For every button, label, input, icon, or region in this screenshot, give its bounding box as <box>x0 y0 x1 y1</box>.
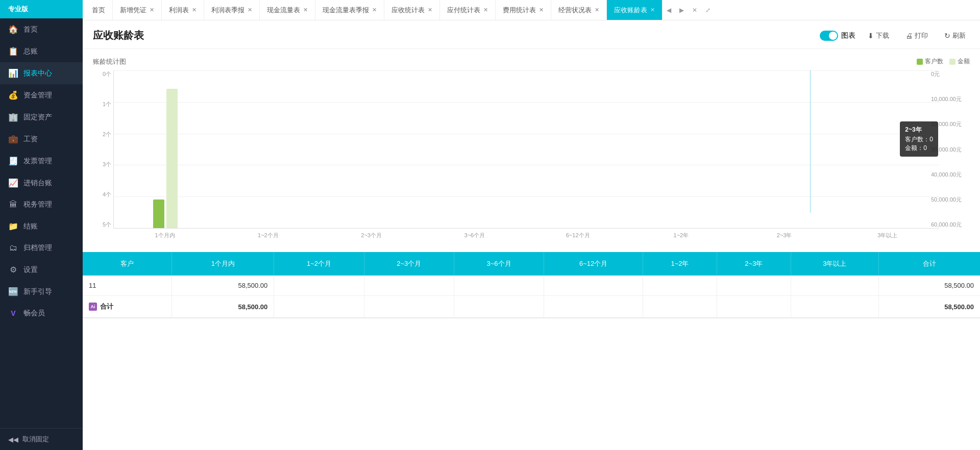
sidebar-item-closing[interactable]: 📁 结账 <box>0 215 83 237</box>
tab-business-status[interactable]: 经营状况表 ✕ <box>551 0 607 20</box>
tab-voucher-close[interactable]: ✕ <box>150 7 154 13</box>
row-y12 <box>643 276 717 296</box>
header-actions: 图表 ⬇ 下载 🖨 打印 ↻ 刷新 <box>820 29 970 42</box>
download-icon: ⬇ <box>868 32 874 40</box>
app-logo: 专业版 <box>0 0 83 18</box>
bar-customers-0 <box>153 199 164 228</box>
legend-customers-label: 客户数 <box>925 57 943 66</box>
sidebar-label-guide: 新手引导 <box>23 287 52 296</box>
y-axis-left: 5个 4个 3个 2个 1个 0个 <box>93 70 113 229</box>
tab-profit[interactable]: 利润表 ✕ <box>162 0 204 20</box>
toggle-label: 图表 <box>841 31 855 40</box>
tab-ap-stats-close[interactable]: ✕ <box>483 7 488 13</box>
vip-icon: V <box>8 309 18 317</box>
tab-cashflow-label: 现金流量表 <box>267 6 300 15</box>
tab-cashflow-quarter-close[interactable]: ✕ <box>372 7 377 13</box>
x-label-4: 6~12个月 <box>526 229 629 244</box>
table-header-row: 客户 1个月内 1~2个月 2~3个月 3~6个月 6~12个月 1~2年 2~… <box>83 252 980 276</box>
page-title: 应收账龄表 <box>93 29 144 42</box>
tab-ar-aging-close[interactable]: ✕ <box>650 7 655 13</box>
tab-ar-stats-label: 应收统计表 <box>391 6 425 15</box>
tab-ar-stats-close[interactable]: ✕ <box>428 7 432 13</box>
tab-profit-label: 利润表 <box>169 6 189 15</box>
tab-business-status-close[interactable]: ✕ <box>595 7 599 13</box>
tab-next-btn[interactable]: ▶ <box>675 0 688 20</box>
total-m12 <box>274 296 364 318</box>
tab-ap-stats[interactable]: 应付统计表 ✕ <box>440 0 496 20</box>
tax-icon: 🏛 <box>8 200 18 209</box>
chart-container: 账龄统计图 客户数 金额 5个 4个 3个 2个 1个 <box>83 49 980 252</box>
sidebar-item-funds[interactable]: 💰 资金管理 <box>0 84 83 106</box>
sidebar-item-vip[interactable]: V 畅会员 <box>0 303 83 324</box>
sidebar-item-invoice[interactable]: 🧾 发票管理 <box>0 150 83 172</box>
tab-ar-aging[interactable]: 应收账龄表 ✕ <box>607 0 663 20</box>
collapse-icon: ◀◀ <box>8 436 18 443</box>
tab-profit-close[interactable]: ✕ <box>192 7 197 13</box>
ledger-icon: 📋 <box>8 46 18 56</box>
tab-home[interactable]: 首页 <box>85 0 113 20</box>
tab-close-btn[interactable]: ✕ <box>688 0 701 20</box>
chart-title: 账龄统计图 <box>93 57 970 66</box>
tab-expense-stats[interactable]: 费用统计表 ✕ <box>496 0 551 20</box>
download-btn[interactable]: ⬇ 下载 <box>864 29 893 42</box>
sidebar-item-reports[interactable]: 📊 报表中心 <box>0 62 83 84</box>
x-label-2: 2~3个月 <box>320 229 423 244</box>
tab-profit-quarter-label: 利润表季报 <box>211 6 244 15</box>
sidebar-collapse-btn[interactable]: ◀◀ 取消固定 <box>0 428 83 450</box>
y-left-3: 3个 <box>93 161 113 168</box>
home-icon: 🏠 <box>8 24 18 34</box>
col-total: 合计 <box>878 252 980 276</box>
row-customer: 11 <box>83 276 172 296</box>
row-m1: 58,500.00 <box>172 276 274 296</box>
tab-ar-stats[interactable]: 应收统计表 ✕ <box>384 0 440 20</box>
refresh-icon: ↻ <box>944 32 950 40</box>
sidebar-item-guide[interactable]: 🆕 新手引导 <box>0 281 83 303</box>
sidebar-item-archive[interactable]: 🗂 归档管理 <box>0 237 83 259</box>
toggle-track[interactable] <box>820 31 838 41</box>
refresh-btn[interactable]: ↻ 刷新 <box>940 29 970 42</box>
y-left-4: 4个 <box>93 191 113 198</box>
sidebar-item-payroll[interactable]: 💼 工资 <box>0 128 83 150</box>
sidebar-label-closing: 结账 <box>23 222 38 231</box>
tab-cashflow[interactable]: 现金流量表 ✕ <box>260 0 315 20</box>
sidebar-item-sales[interactable]: 📈 进销台账 <box>0 172 83 194</box>
sidebar-item-tax[interactable]: 🏛 税务管理 <box>0 194 83 215</box>
chart-toggle[interactable]: 图表 <box>820 31 855 41</box>
chart-legend: 客户数 金额 <box>917 57 970 66</box>
sidebar-item-home[interactable]: 🏠 首页 <box>0 18 83 40</box>
invoice-icon: 🧾 <box>8 156 18 166</box>
assets-icon: 🏢 <box>8 112 18 122</box>
tab-voucher[interactable]: 新增凭证 ✕ <box>113 0 162 20</box>
sidebar-label-archive: 归档管理 <box>23 243 52 253</box>
sidebar-item-ledger[interactable]: 📋 总账 <box>0 40 83 62</box>
tab-prev-btn[interactable]: ◀ <box>663 0 675 20</box>
chart-wrapper: 5个 4个 3个 2个 1个 0个 <box>93 70 970 244</box>
legend-amount-dot <box>949 59 955 65</box>
tab-cashflow-close[interactable]: ✕ <box>303 7 308 13</box>
reports-icon: 📊 <box>8 68 18 78</box>
sidebar-label-ledger: 总账 <box>23 47 38 56</box>
y-left-5: 5个 <box>93 221 113 229</box>
sidebar-item-assets[interactable]: 🏢 固定资产 <box>0 106 83 128</box>
print-icon: 🖨 <box>905 32 913 40</box>
col-m23: 2~3个月 <box>364 252 454 276</box>
tab-expense-stats-close[interactable]: ✕ <box>539 7 544 13</box>
col-m1: 1个月内 <box>172 252 274 276</box>
tab-profit-quarter[interactable]: 利润表季报 ✕ <box>204 0 260 20</box>
tab-home-label: 首页 <box>92 6 105 15</box>
sidebar-item-settings[interactable]: ⚙ 设置 <box>0 259 83 281</box>
sidebar-label-vip: 畅会员 <box>23 309 45 318</box>
tab-cashflow-quarter[interactable]: 现金流量表季报 ✕ <box>315 0 384 20</box>
tab-profit-quarter-close[interactable]: ✕ <box>248 7 252 13</box>
print-btn[interactable]: 🖨 打印 <box>901 29 932 42</box>
sidebar-label-payroll: 工资 <box>23 135 38 144</box>
aging-table: 客户 1个月内 1~2个月 2~3个月 3~6个月 6~12个月 1~2年 2~… <box>83 252 980 318</box>
tab-expand-btn[interactable]: ⤢ <box>701 0 715 20</box>
print-label: 打印 <box>915 31 928 40</box>
main-area: 首页 新增凭证 ✕ 利润表 ✕ 利润表季报 ✕ 现金流量表 ✕ 现金流量表季报 … <box>83 0 980 450</box>
x-label-0: 1个月内 <box>113 229 216 244</box>
sidebar-label-home: 首页 <box>23 25 38 34</box>
chart-plot <box>113 70 939 229</box>
archive-icon: 🗂 <box>8 243 18 253</box>
col-m12: 1~2个月 <box>274 252 364 276</box>
